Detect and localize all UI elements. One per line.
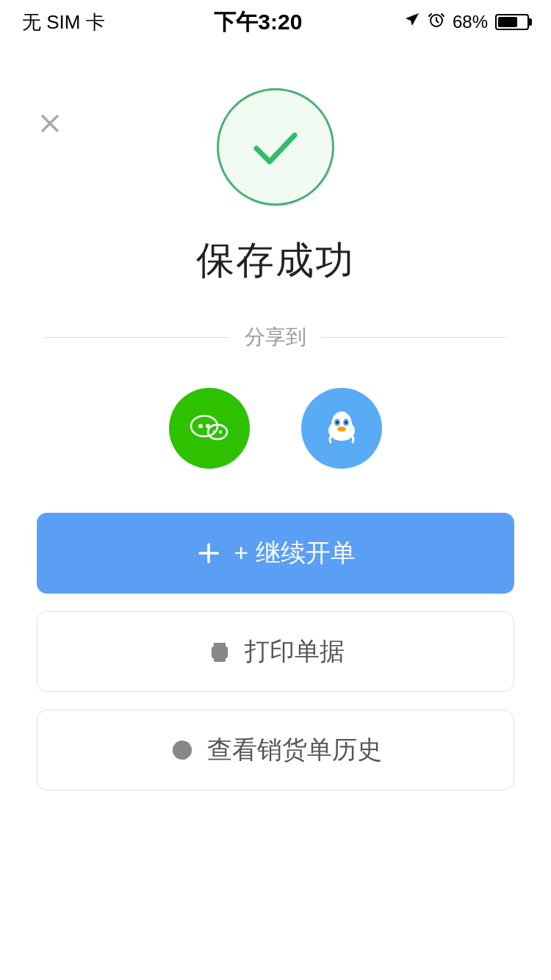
svg-rect-19 <box>215 655 225 661</box>
share-wechat-button[interactable] <box>169 388 250 469</box>
history-icon <box>169 737 195 763</box>
print-button[interactable]: 打印单据 <box>37 611 514 692</box>
share-label: 分享到 <box>245 323 306 351</box>
carrier-label: 无 SIM 卡 <box>22 10 105 35</box>
alarm-icon <box>428 11 445 33</box>
status-right: 68% <box>404 11 529 33</box>
close-button[interactable] <box>29 103 71 144</box>
svg-point-4 <box>198 424 203 428</box>
share-qq-button[interactable] <box>301 388 382 469</box>
svg-point-20 <box>224 651 226 653</box>
share-icons <box>44 388 507 469</box>
location-icon <box>404 12 420 32</box>
print-icon <box>206 638 233 665</box>
svg-point-13 <box>336 421 339 424</box>
success-icon-circle <box>217 88 334 206</box>
continue-button[interactable]: + 继续开单 <box>37 513 514 594</box>
plus-icon <box>195 540 222 566</box>
svg-point-7 <box>213 430 216 433</box>
success-title: 保存成功 <box>196 235 355 287</box>
battery-percent: 68% <box>453 12 488 32</box>
status-bar: 无 SIM 卡 下午3:20 68% <box>0 0 551 44</box>
continue-label: + 继续开单 <box>234 536 355 570</box>
battery-icon <box>495 14 529 30</box>
svg-point-15 <box>337 427 346 432</box>
history-label: 查看销货单历史 <box>207 733 382 767</box>
share-section: 分享到 <box>0 323 551 469</box>
action-buttons: + 继续开单 打印单据 查看销货单历史 <box>0 513 551 790</box>
svg-point-8 <box>219 430 222 433</box>
print-label: 打印单据 <box>245 635 345 669</box>
status-left: 无 SIM 卡 <box>22 10 112 35</box>
share-divider: 分享到 <box>44 323 507 351</box>
time-display: 下午3:20 <box>214 7 302 37</box>
svg-point-14 <box>345 421 347 424</box>
main-content: 保存成功 分享到 <box>0 44 551 980</box>
history-button[interactable]: 查看销货单历史 <box>37 710 514 790</box>
